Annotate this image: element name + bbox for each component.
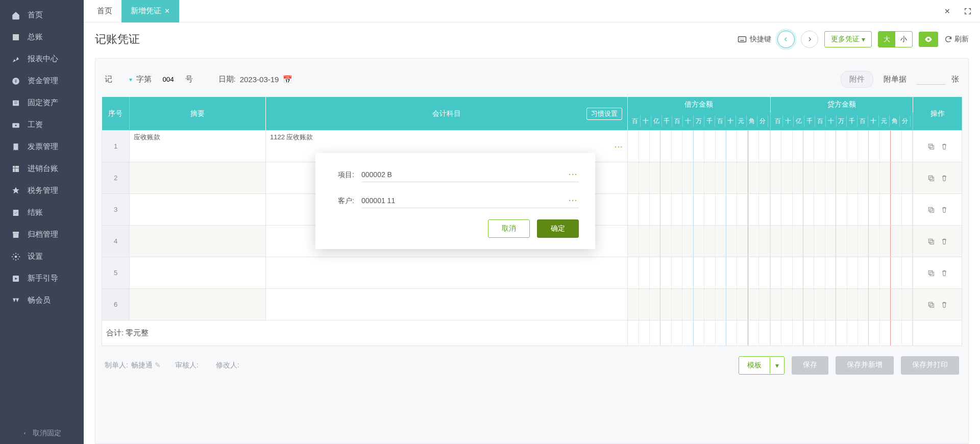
- ok-button[interactable]: 确定: [537, 219, 579, 238]
- delete-row-icon[interactable]: [940, 206, 948, 214]
- tax-icon: [11, 186, 20, 195]
- credit-cell[interactable]: [770, 289, 913, 320]
- more-vouchers-button[interactable]: 更多凭证▾: [824, 31, 872, 47]
- size-small-button[interactable]: 小: [895, 32, 912, 47]
- chevron-down-icon[interactable]: ▾: [770, 357, 784, 374]
- save-button[interactable]: 保存: [792, 356, 828, 375]
- voucher-number-input[interactable]: [156, 75, 181, 85]
- credit-cell[interactable]: [770, 162, 913, 194]
- summary-cell[interactable]: [130, 162, 266, 194]
- col-idx: 序号: [102, 97, 130, 131]
- svg-point-3: [15, 125, 17, 126]
- sidebar-item-vip[interactable]: 畅会员: [0, 289, 84, 311]
- close-icon[interactable]: ✕: [164, 7, 170, 15]
- debit-cell[interactable]: [628, 257, 771, 289]
- col-account: 会计科目习惯设置: [265, 97, 627, 131]
- ellipsis-icon[interactable]: ···: [569, 170, 578, 179]
- sidebar-item-fund[interactable]: 资金管理: [0, 70, 84, 92]
- salary-icon: [11, 120, 20, 130]
- copy-row-icon[interactable]: [927, 206, 935, 214]
- delete-row-icon[interactable]: [940, 174, 948, 182]
- copy-row-icon[interactable]: [927, 237, 935, 245]
- account-cell[interactable]: [265, 289, 627, 320]
- refresh-button[interactable]: 刷新: [944, 35, 969, 44]
- sidebar-item-settings[interactable]: 设置: [0, 245, 84, 267]
- sidebar-item-home[interactable]: 首页: [0, 4, 84, 26]
- credit-cell[interactable]: [770, 226, 913, 257]
- date-value[interactable]: 2023-03-19: [240, 75, 279, 84]
- sidebar-item-salary[interactable]: 工资: [0, 114, 84, 136]
- customer-input[interactable]: 000001 11···: [361, 193, 579, 208]
- cancel-button[interactable]: 取消: [488, 219, 530, 238]
- copy-row-icon[interactable]: [927, 142, 935, 151]
- ellipsis-icon[interactable]: ···: [569, 196, 578, 205]
- credit-cell[interactable]: [770, 194, 913, 226]
- delete-row-icon[interactable]: [940, 301, 948, 309]
- prev-voucher-button[interactable]: [777, 31, 795, 48]
- project-input[interactable]: 000002 B···: [361, 167, 579, 182]
- sidebar-item-stock[interactable]: 进销台账: [0, 158, 84, 180]
- sidebar-item-tax[interactable]: 税务管理: [0, 180, 84, 202]
- habit-settings-button[interactable]: 习惯设置: [586, 108, 622, 120]
- svg-rect-20: [928, 270, 932, 274]
- delete-row-icon[interactable]: [940, 269, 948, 277]
- row-idx: 5: [102, 257, 130, 289]
- summary-cell[interactable]: 应收账款: [130, 131, 266, 162]
- row-ops-cell: [913, 289, 962, 320]
- sidebar-item-label: 报表中心: [28, 54, 58, 64]
- sidebar-item-archive[interactable]: 归档管理: [0, 224, 84, 245]
- delete-row-icon[interactable]: [940, 237, 948, 245]
- save-print-button[interactable]: 保存并打印: [901, 356, 959, 375]
- sidebar-item-invoice[interactable]: 发票管理: [0, 136, 84, 158]
- summary-cell[interactable]: [130, 194, 266, 226]
- svg-rect-19: [930, 240, 934, 244]
- sidebar-item-ledger[interactable]: 总账: [0, 26, 84, 48]
- pin-icon: [22, 430, 30, 437]
- save-new-button[interactable]: 保存并新增: [836, 356, 894, 375]
- account-cell[interactable]: [265, 257, 627, 289]
- summary-cell[interactable]: [130, 289, 266, 320]
- summary-cell[interactable]: [130, 257, 266, 289]
- copy-row-icon[interactable]: [927, 269, 935, 277]
- summary-cell[interactable]: [130, 226, 266, 257]
- tab-new-voucher[interactable]: 新增凭证✕: [121, 0, 179, 22]
- delete-row-icon[interactable]: [940, 142, 948, 151]
- shortcut-button[interactable]: 快捷键: [738, 35, 771, 44]
- debit-cell[interactable]: [628, 194, 771, 226]
- row-idx: 1: [102, 131, 130, 162]
- svg-rect-22: [928, 302, 932, 306]
- copy-row-icon[interactable]: [927, 174, 935, 182]
- sidebar-pin-toggle[interactable]: 取消固定: [0, 423, 84, 444]
- copy-row-icon[interactable]: [927, 301, 935, 309]
- sidebar-item-guide[interactable]: 新手引导: [0, 267, 84, 289]
- credit-cell[interactable]: [770, 131, 913, 162]
- row-ops-cell: [913, 162, 962, 194]
- guide-icon: [11, 274, 20, 283]
- attachment-button[interactable]: 附件: [841, 71, 873, 88]
- sidebar-item-report[interactable]: 报表中心: [0, 48, 84, 70]
- sidebar-item-close[interactable]: 结账: [0, 202, 84, 224]
- debit-cell[interactable]: [628, 131, 771, 162]
- voucher-type-select[interactable]: 记 ▾: [105, 75, 132, 84]
- window-close-button[interactable]: ✕: [939, 3, 955, 19]
- auxiliary-popup: 项目: 000002 B··· 客户: 000001 11··· 取消 确定: [315, 153, 595, 249]
- window-fullscreen-button[interactable]: [960, 3, 976, 19]
- edit-maker-icon[interactable]: ✎: [155, 361, 161, 369]
- debit-cell[interactable]: [628, 226, 771, 257]
- close-book-icon: [11, 208, 20, 217]
- tab-home[interactable]: 首页: [88, 0, 121, 22]
- size-toggle: 大 小: [878, 31, 913, 47]
- preview-button[interactable]: [919, 32, 938, 47]
- next-voucher-button[interactable]: [801, 31, 818, 48]
- calendar-icon[interactable]: 📅: [283, 75, 292, 84]
- label-zidi: 字第: [136, 75, 152, 84]
- stock-icon: [11, 164, 20, 174]
- sheets-input[interactable]: [917, 75, 945, 85]
- credit-cell[interactable]: [770, 257, 913, 289]
- ellipsis-icon[interactable]: ···: [615, 142, 623, 150]
- debit-cell[interactable]: [628, 162, 771, 194]
- sidebar-item-asset[interactable]: 固定资产: [0, 92, 84, 114]
- debit-cell[interactable]: [628, 289, 771, 320]
- size-big-button[interactable]: 大: [878, 32, 895, 47]
- template-button[interactable]: 模板▾: [739, 356, 785, 375]
